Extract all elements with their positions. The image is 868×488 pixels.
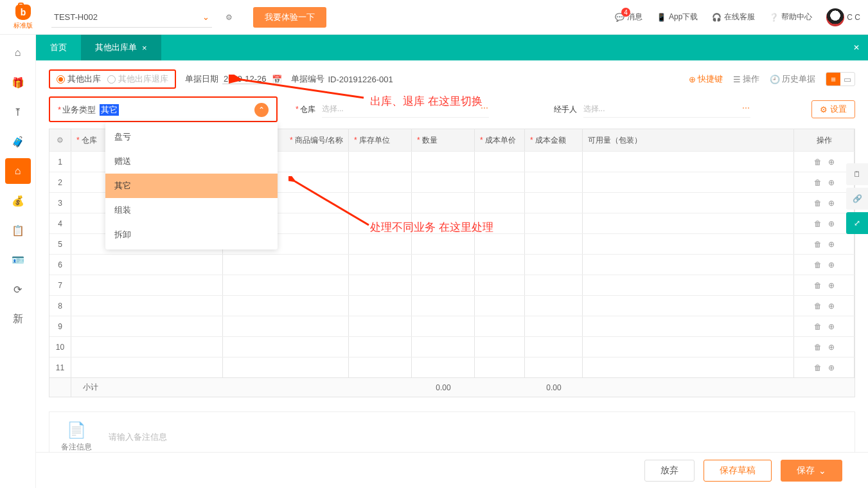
delete-icon[interactable]: 🗑 (814, 158, 822, 167)
cell-qty[interactable] (412, 234, 475, 254)
sidebar-warehouse[interactable]: ⌂ (5, 158, 31, 184)
radio-out[interactable]: 其他出库 (57, 73, 101, 85)
operate-link[interactable]: ☰ 操作 (733, 73, 759, 85)
cell-qty[interactable] (412, 337, 475, 357)
sidebar-cycle[interactable]: ⟳ (5, 276, 31, 302)
delete-icon[interactable]: 🗑 (814, 322, 822, 331)
cell-unit[interactable] (349, 296, 412, 316)
delete-icon[interactable]: 🗑 (814, 260, 822, 269)
cell-price[interactable] (475, 275, 525, 295)
remark-input[interactable] (106, 428, 843, 446)
cell-amount[interactable] (525, 316, 583, 336)
cell-amount[interactable] (525, 193, 583, 213)
cell-warehouse[interactable] (71, 337, 223, 357)
sidebar-clipboard[interactable]: 📋 (5, 217, 31, 243)
cell-unit[interactable] (349, 275, 412, 295)
dropdown-toggle[interactable]: ⌃ (254, 103, 269, 117)
sidebar-id[interactable]: 🪪 (5, 247, 31, 273)
add-icon[interactable]: ⊕ (828, 343, 835, 352)
add-icon[interactable]: ⊕ (828, 322, 835, 331)
sidebar-gift[interactable]: 🎁 (5, 69, 31, 95)
delete-icon[interactable]: 🗑 (814, 302, 822, 311)
history-link[interactable]: 🕘 历史单据 (770, 73, 815, 85)
add-icon[interactable]: ⊕ (828, 240, 835, 249)
delete-icon[interactable]: 🗑 (814, 240, 822, 249)
messages-link[interactable]: 💬 消息 4 (615, 12, 642, 23)
cell-codename[interactable] (223, 357, 349, 377)
table-row[interactable]: 9🗑⊕ (49, 316, 855, 336)
close-icon[interactable]: × (142, 43, 147, 53)
radio-return[interactable]: 其他出库退库 (107, 73, 168, 85)
dd-item-zengsong[interactable]: 赠送 (105, 149, 278, 174)
cell-warehouse[interactable] (71, 275, 223, 295)
cell-price[interactable] (475, 152, 525, 172)
cell-price[interactable] (475, 316, 525, 336)
add-icon[interactable]: ⊕ (828, 363, 835, 372)
help-center-link[interactable]: ❔ 帮助中心 (769, 12, 812, 23)
cell-warehouse[interactable] (71, 255, 223, 275)
cell-amount[interactable] (525, 337, 583, 357)
tab-home[interactable]: 首页 (36, 35, 81, 60)
table-row[interactable]: 8🗑⊕ (49, 295, 855, 316)
dd-item-zuzhuang[interactable]: 组装 (105, 198, 278, 222)
rail-link[interactable]: 🔗 (846, 188, 868, 210)
cell-unit[interactable] (349, 255, 412, 275)
sidebar-home[interactable]: ⌂ (5, 40, 31, 66)
cell-amount[interactable] (525, 296, 583, 316)
cell-qty[interactable] (412, 172, 475, 192)
cell-codename[interactable] (223, 316, 349, 336)
cell-amount[interactable] (525, 275, 583, 295)
cell-amount[interactable] (525, 213, 583, 233)
delete-icon[interactable]: 🗑 (814, 281, 822, 290)
cell-amount[interactable] (525, 255, 583, 275)
delete-icon[interactable]: 🗑 (814, 178, 822, 187)
cell-unit[interactable] (349, 357, 412, 377)
cell-unit[interactable] (349, 152, 412, 172)
table-row[interactable]: 6🗑⊕ (49, 254, 855, 275)
th-settings[interactable]: ⚙ (49, 129, 71, 151)
cell-unit[interactable] (349, 234, 412, 254)
cell-price[interactable] (475, 234, 525, 254)
add-icon[interactable]: ⊕ (828, 178, 835, 187)
cell-price[interactable] (475, 255, 525, 275)
dd-item-pankui[interactable]: 盘亏 (105, 125, 278, 149)
cell-warehouse[interactable] (71, 357, 223, 377)
sidebar-new[interactable]: 新 (5, 306, 31, 332)
cell-qty[interactable] (412, 275, 475, 295)
cell-amount[interactable] (525, 357, 583, 377)
cell-qty[interactable] (412, 357, 475, 377)
cell-price[interactable] (475, 296, 525, 316)
cell-unit[interactable] (349, 193, 412, 213)
close-all-button[interactable]: ✕ (845, 35, 868, 60)
calendar-icon[interactable]: 📅 (272, 75, 282, 84)
cell-codename[interactable] (223, 275, 349, 295)
settings-button[interactable]: ⚙ 设置 (811, 100, 855, 118)
app-download-link[interactable]: 📱 App下载 (657, 12, 698, 23)
online-service-link[interactable]: 🎧 在线客服 (712, 12, 755, 23)
cell-price[interactable] (475, 357, 525, 377)
cell-qty[interactable] (412, 193, 475, 213)
add-icon[interactable]: ⊕ (828, 281, 835, 290)
doc-date-value[interactable]: 2019-12-26 (222, 74, 268, 84)
sidebar-procure[interactable]: ⤒ (5, 99, 31, 125)
dd-item-chaizhe[interactable]: 拆卸 (105, 222, 278, 247)
cell-qty[interactable] (412, 296, 475, 316)
shortcut-link[interactable]: ⊕ 快捷键 (689, 73, 723, 85)
experience-button[interactable]: 我要体验一下 (253, 7, 326, 28)
cell-price[interactable] (475, 172, 525, 192)
add-icon[interactable]: ⊕ (828, 302, 835, 311)
cell-warehouse[interactable] (71, 316, 223, 336)
add-icon[interactable]: ⊕ (828, 158, 835, 167)
tab-current[interactable]: 其他出库单 × (81, 35, 161, 60)
discard-button[interactable]: 放弃 (644, 460, 695, 482)
rail-expand[interactable]: ⤢ (846, 212, 868, 234)
cell-codename[interactable] (223, 255, 349, 275)
sidebar-briefcase[interactable]: 🧳 (5, 129, 31, 154)
delete-icon[interactable]: 🗑 (814, 363, 822, 372)
add-icon[interactable]: ⊕ (828, 199, 835, 208)
cell-price[interactable] (475, 337, 525, 357)
cell-amount[interactable] (525, 234, 583, 254)
cell-amount[interactable] (525, 172, 583, 192)
business-type-value[interactable]: 其它 (100, 104, 119, 116)
table-row[interactable]: 7🗑⊕ (49, 275, 855, 295)
